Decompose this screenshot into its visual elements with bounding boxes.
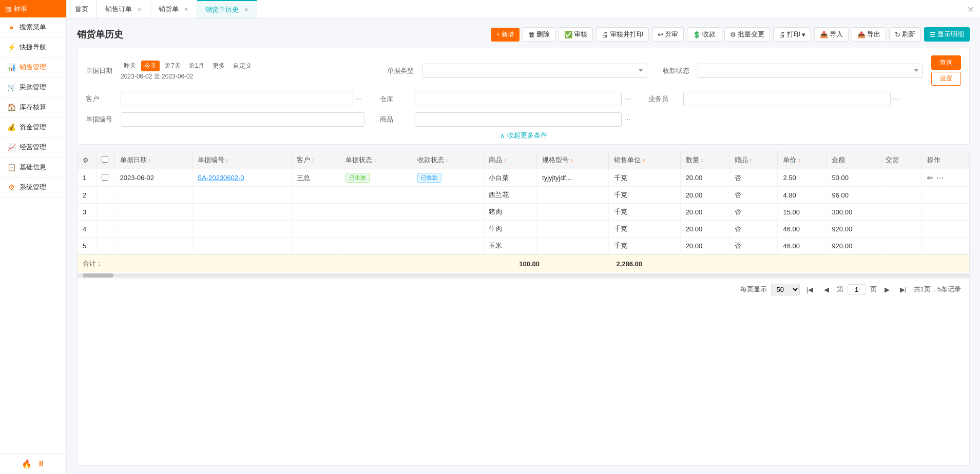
select-all-checkbox[interactable]	[102, 156, 108, 163]
tab-sales-goods[interactable]: 销货单 ✕	[150, 0, 197, 18]
cell-goods-4: 玉米	[484, 238, 537, 254]
date-range-display: 2023-06-02 至 2023-06-02	[121, 72, 255, 81]
pause-icon[interactable]: ⏸	[37, 459, 45, 469]
cell-docstatus-0: 已生效	[340, 169, 412, 187]
audit-print-icon: 🖨	[602, 31, 608, 38]
purchase-icon: 🛒	[7, 83, 15, 91]
next-page-btn[interactable]: ▶	[881, 283, 893, 295]
sidebar-item-basic-info[interactable]: 📋 基础信息	[0, 157, 66, 177]
cell-price-3: 46.00	[778, 221, 827, 238]
edit-action-btn[interactable]: ✏	[927, 174, 933, 182]
finance-icon: 💰	[7, 123, 15, 131]
tab-sales-order-close[interactable]: ✕	[137, 6, 142, 13]
import-button[interactable]: 📥 导入	[814, 27, 849, 42]
collapse-button[interactable]: ∧ 收起更多条件	[86, 129, 961, 140]
sort-goods-icon: ↕	[504, 157, 506, 163]
goods-input[interactable]	[415, 112, 622, 127]
date-1month-btn[interactable]: 近1月	[186, 61, 208, 71]
prev-page-btn[interactable]: ◀	[820, 283, 833, 295]
tab-sales-history[interactable]: 销货单历史 ✕	[197, 0, 257, 18]
sidebar-item-system[interactable]: ⚙ 系统管理	[0, 177, 66, 198]
query-button[interactable]: 查询	[931, 55, 961, 70]
warehouse-input[interactable]	[415, 92, 622, 106]
warehouse-ellipsis[interactable]: ···	[622, 94, 632, 104]
sidebar-item-search[interactable]: ≡ 搜索菜单	[0, 17, 66, 37]
tab-sales-goods-close[interactable]: ✕	[184, 6, 188, 13]
customer-ellipsis[interactable]: ···	[353, 94, 364, 104]
scrollbar-thumb[interactable]	[83, 273, 113, 278]
cell-collectstatus-3	[412, 221, 484, 238]
delete-button[interactable]: 🗑 删除	[523, 27, 555, 42]
cell-customer-3	[291, 221, 340, 238]
sort-doc-status-icon: ↕	[374, 157, 376, 163]
new-button[interactable]: + 新增	[491, 28, 520, 42]
doc-no-link[interactable]: SA-20230602-0	[198, 174, 244, 182]
sidebar-top[interactable]: ▦ 标准	[0, 0, 66, 17]
more-action-btn[interactable]: ⋯	[936, 174, 944, 182]
filter-date-group: 单据日期 昨天 今天 近7天 近1月 更多 自定义 2023-06-02 至 2…	[86, 61, 372, 81]
sidebar-item-operations[interactable]: 📈 经营管理	[0, 137, 66, 157]
export-button[interactable]: 📤 导出	[852, 27, 886, 42]
filter-row-3: 单据编号 商品 ···	[86, 112, 961, 127]
audit-print-button[interactable]: 🖨 审核并打印	[596, 27, 649, 42]
sales-icon: 📊	[7, 63, 15, 71]
col-gift[interactable]: 赠品↕	[729, 151, 778, 169]
sidebar-item-finance[interactable]: 💰 资金管理	[0, 117, 66, 137]
sidebar-item-sales[interactable]: 📊 销售管理	[0, 57, 66, 77]
page-number-input[interactable]	[848, 284, 866, 295]
collect-button[interactable]: 💲 收款	[687, 27, 721, 42]
filter-date-label: 单据日期	[86, 66, 117, 75]
tab-home[interactable]: 首页	[67, 0, 97, 18]
sidebar-item-purchase[interactable]: 🛒 采购管理	[0, 77, 66, 97]
col-collect-status[interactable]: 收款状态↕	[412, 151, 484, 169]
date-yesterday-btn[interactable]: 昨天	[121, 61, 139, 71]
col-customer[interactable]: 客户↕	[291, 151, 340, 169]
customer-input[interactable]	[121, 92, 353, 106]
sidebar-item-inventory[interactable]: 🏠 库存核算	[0, 97, 66, 117]
tab-sales-history-close[interactable]: ✕	[244, 7, 248, 13]
fire-icon[interactable]: 🔥	[22, 459, 32, 469]
date-custom-btn[interactable]: 自定义	[230, 61, 255, 71]
abandon-button[interactable]: ↩ 弃审	[652, 27, 684, 42]
sort-unit-icon: ↕	[642, 157, 645, 163]
show-detail-button[interactable]: ☰ 显示明细	[924, 27, 970, 42]
col-doc-no[interactable]: 单据编号↕	[192, 151, 291, 169]
goods-ellipsis[interactable]: ···	[622, 115, 632, 124]
cell-date-2	[114, 204, 192, 221]
sidebar-item-quick-nav[interactable]: ⚡ 快捷导航	[0, 37, 66, 57]
date-more-btn[interactable]: 更多	[209, 61, 228, 71]
tab-sales-order[interactable]: 销售订单 ✕	[97, 0, 150, 18]
audit-button[interactable]: ✅ 审核	[559, 27, 593, 42]
salesperson-ellipsis[interactable]: ···	[891, 94, 901, 104]
col-doc-status[interactable]: 单据状态↕	[340, 151, 412, 169]
col-spec[interactable]: 规格型号↕	[537, 151, 609, 169]
first-page-btn[interactable]: |◀	[804, 283, 816, 295]
col-unit-price[interactable]: 单价↕	[778, 151, 827, 169]
col-settings[interactable]: ⚙	[78, 151, 96, 169]
basic-info-icon: 📋	[7, 163, 15, 171]
col-goods[interactable]: 商品↕	[484, 151, 537, 169]
salesperson-input[interactable]	[683, 92, 891, 106]
col-doc-date[interactable]: 单据日期↕	[114, 151, 192, 169]
doc-type-select[interactable]	[422, 64, 647, 78]
docno-input[interactable]	[121, 112, 364, 127]
refresh-button[interactable]: ↻ 刷新	[889, 27, 921, 42]
cell-qty-2: 20.00	[680, 204, 729, 221]
date-7days-btn[interactable]: 近7天	[162, 61, 184, 71]
print-button[interactable]: 🖨 打印 ▾	[773, 27, 811, 42]
collect-status-select[interactable]	[698, 64, 923, 78]
sidebar-item-quick-nav-label: 快捷导航	[20, 43, 46, 52]
col-unit[interactable]: 销售单位↕	[608, 151, 680, 169]
filter-settings-button[interactable]: 设置	[931, 72, 961, 86]
per-page-select[interactable]: 50 100	[771, 284, 800, 295]
tab-close-all[interactable]: ✕	[961, 5, 980, 14]
cell-docno-0: SA-20230602-0	[192, 169, 291, 187]
cell-goods-2: 猪肉	[484, 204, 537, 221]
batch-change-button[interactable]: ⚙ 批量变更	[724, 27, 770, 42]
cell-spec-1	[537, 187, 609, 204]
date-today-btn[interactable]: 今天	[141, 61, 160, 71]
horizontal-scrollbar[interactable]	[78, 273, 969, 278]
col-qty[interactable]: 数量↕	[680, 151, 729, 169]
row-checkbox[interactable]	[102, 174, 108, 181]
last-page-btn[interactable]: ▶|	[897, 283, 910, 295]
